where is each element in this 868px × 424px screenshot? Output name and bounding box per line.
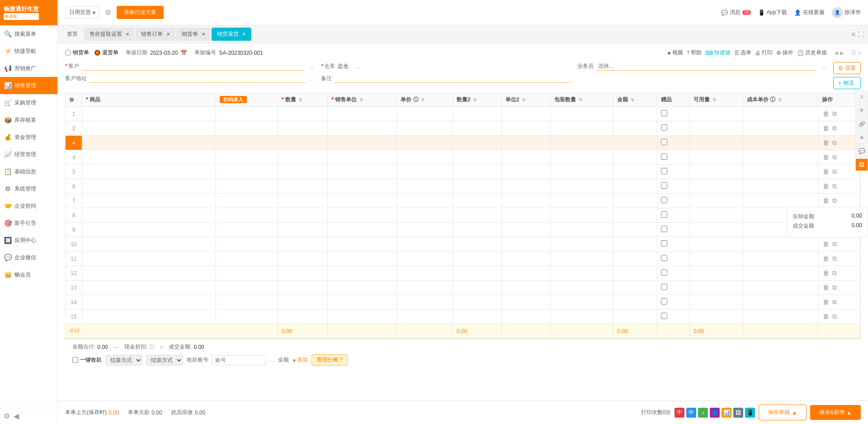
gift-check-1[interactable] — [661, 110, 667, 116]
product-input-3[interactable] — [86, 140, 212, 146]
scan-btn[interactable]: 扫码录入 — [220, 96, 247, 103]
amount-cell-5[interactable] — [613, 165, 657, 179]
float-btn-2[interactable]: 👁 — [855, 104, 868, 117]
status-icon-4[interactable]: 👤 — [710, 408, 720, 418]
sidebar-item-基础信息[interactable]: 📋 基础信息 — [0, 163, 57, 180]
cost-sort[interactable]: ⇅ — [778, 97, 782, 102]
gift-cell-11[interactable] — [657, 252, 690, 266]
qty-cell-10[interactable] — [278, 237, 328, 252]
gift-check-5[interactable] — [661, 168, 667, 174]
gift-cell-13[interactable] — [657, 281, 690, 295]
float-btn-5[interactable]: 💬 — [855, 145, 868, 157]
unit2-cell-14[interactable] — [502, 295, 551, 310]
product-input-2[interactable] — [86, 125, 212, 132]
pack-cell-2[interactable] — [551, 121, 613, 136]
unit2-cell-13[interactable] — [502, 281, 551, 295]
product-input-14[interactable] — [86, 299, 212, 305]
product-cell-3[interactable] — [82, 136, 216, 150]
gift-check-3[interactable] — [661, 139, 667, 145]
amount-cell-11[interactable] — [613, 252, 657, 266]
tab-3[interactable]: 销货单✕ — [176, 28, 211, 41]
amount-cell-2[interactable] — [613, 121, 657, 136]
sale-unit-sort[interactable]: ⇅ — [359, 97, 363, 102]
unit2-cell-9[interactable] — [502, 223, 551, 237]
product-cell-6[interactable] — [82, 179, 216, 194]
gift-cell-5[interactable] — [657, 165, 690, 179]
qty2-cell-15[interactable] — [453, 310, 501, 324]
product-cell-13[interactable] — [82, 281, 216, 295]
product-cell-12[interactable] — [82, 266, 216, 281]
pack-cell-10[interactable] — [551, 237, 613, 252]
amount-cell-13[interactable] — [613, 281, 657, 295]
add-row-btn[interactable]: + — [69, 138, 78, 148]
unit2-cell-12[interactable] — [502, 266, 551, 281]
gift-cell-3[interactable] — [657, 136, 690, 150]
sale-unit-cell-6[interactable] — [328, 179, 397, 194]
product-cell-8[interactable] — [82, 208, 216, 223]
delete-row-1[interactable]: 🗑 — [823, 110, 829, 117]
copy-row-5[interactable]: ⧉ — [832, 168, 837, 175]
topbar-settings-icon[interactable]: ⚙ — [105, 8, 111, 17]
qty-cell-3[interactable] — [278, 136, 328, 150]
pack-cell-9[interactable] — [551, 223, 613, 237]
qty-cell-1[interactable] — [278, 107, 328, 121]
float-btn-3[interactable]: 🔗 — [855, 118, 868, 130]
pack-cell-13[interactable] — [551, 281, 613, 295]
product-cell-10[interactable] — [82, 237, 216, 252]
delete-row-2[interactable]: 🗑 — [823, 124, 829, 132]
amount-cell-6[interactable] — [613, 179, 657, 194]
unit2-cell-6[interactable] — [502, 179, 551, 194]
amount-cell-9[interactable] — [613, 223, 657, 237]
sidebar-item-营销推广[interactable]: 📢 营销推广 — [0, 60, 57, 77]
amount-cell-7[interactable] — [613, 194, 657, 208]
qty2-cell-8[interactable] — [453, 208, 501, 223]
price-cell-5[interactable] — [397, 165, 453, 179]
gift-cell-14[interactable] — [657, 295, 690, 310]
qty-sort[interactable]: ⇅ — [298, 97, 302, 102]
qty2-cell-11[interactable] — [453, 252, 501, 266]
amount-cell-1[interactable] — [613, 107, 657, 121]
product-input-13[interactable] — [86, 285, 212, 291]
price-cell-7[interactable] — [397, 194, 453, 208]
unit2-cell-11[interactable] — [502, 252, 551, 266]
amount-cell-3[interactable] — [613, 136, 657, 150]
warehouse-picker[interactable]: ... — [355, 63, 359, 70]
product-cell-15[interactable] — [82, 310, 216, 324]
hotkey-action[interactable]: ⌨ 快捷键 — [705, 49, 731, 57]
sale-unit-cell-15[interactable] — [328, 310, 397, 324]
copy-row-1[interactable]: ⧉ — [832, 110, 837, 117]
address-picker[interactable]: ... — [309, 76, 314, 82]
sidebar-item-销售管理[interactable]: 📊 销售管理 — [0, 77, 57, 94]
product-input-5[interactable] — [86, 169, 212, 175]
app-download-link[interactable]: 📱 App下载 — [758, 9, 787, 16]
float-btn-1[interactable]: ≡ — [855, 91, 868, 103]
copy-row-10[interactable]: ⧉ — [832, 240, 837, 248]
qty2-cell-13[interactable] — [453, 281, 501, 295]
sidebar-item-经营管理[interactable]: 📈 经营管理 — [0, 146, 57, 163]
gift-check-10[interactable] — [661, 240, 667, 247]
float-btn-6[interactable]: 🖼 — [855, 158, 868, 171]
gift-cell-15[interactable] — [657, 310, 690, 324]
gift-check-6[interactable] — [661, 182, 667, 189]
unit2-cell-15[interactable] — [502, 310, 551, 324]
help-action[interactable]: ? 帮助 — [687, 49, 702, 57]
status-icon-1[interactable]: 中 — [675, 408, 684, 418]
pack-cell-4[interactable] — [551, 150, 613, 165]
gift-cell-9[interactable] — [657, 223, 690, 237]
sidebar-item-畅会员[interactable]: 👑 畅会员 — [0, 266, 57, 283]
unit2-cell-1[interactable] — [502, 107, 551, 121]
sidebar-item-库存核算[interactable]: 📦 库存核算 — [0, 111, 57, 129]
product-cell-2[interactable] — [82, 121, 216, 136]
tab-close-4[interactable]: ✕ — [242, 32, 246, 37]
expand-btn[interactable]: ⛶ — [858, 31, 864, 38]
calendar-icon[interactable]: 📅 — [180, 50, 187, 56]
tab-close-1[interactable]: ✕ — [126, 32, 129, 37]
delete-row-4[interactable]: 🗑 — [823, 153, 829, 161]
fee-split-btn[interactable]: 费用分摊 ? — [311, 354, 348, 366]
price-cell-2[interactable] — [397, 121, 453, 136]
history-action[interactable]: 📋 历史单据 — [797, 49, 827, 57]
qty-cell-5[interactable] — [278, 165, 328, 179]
qty2-cell-7[interactable] — [453, 194, 501, 208]
experience-btn[interactable]: 体验行业方案 — [117, 6, 164, 19]
qty2-cell-5[interactable] — [453, 165, 501, 179]
